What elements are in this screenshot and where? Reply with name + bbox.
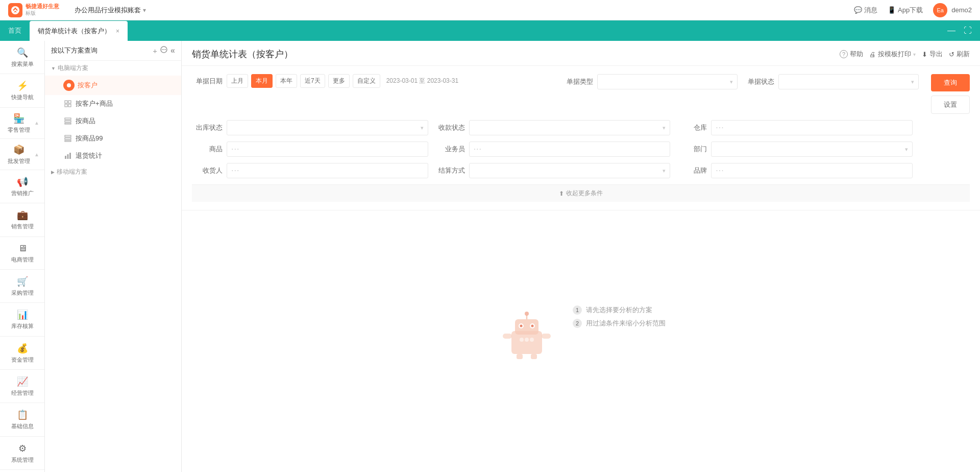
export-label: 导出: [929, 50, 943, 59]
grid-icon: [63, 99, 72, 108]
order-type-select[interactable]: ▾: [597, 74, 738, 89]
order-status-arrow: ▾: [911, 79, 914, 85]
svg-point-2: [162, 49, 163, 50]
pay-status-select[interactable]: ▾: [469, 120, 671, 135]
brand-select[interactable]: ···: [711, 163, 913, 178]
salesman-label: 业务员: [434, 145, 465, 154]
refresh-button[interactable]: ↺ 刷新: [949, 50, 970, 59]
svg-point-5: [67, 83, 71, 87]
scheme-by-customer[interactable]: 按客户: [45, 76, 181, 95]
edit-scheme-button[interactable]: [160, 46, 167, 55]
sidebar-label-sales: 销售管理: [11, 223, 34, 230]
date-more[interactable]: 更多: [328, 74, 350, 88]
svg-rect-14: [65, 138, 71, 139]
sidebar-item-ecommerce[interactable]: 🖥 电商管理: [0, 237, 44, 270]
tab-close-icon[interactable]: ×: [116, 28, 119, 35]
export-button[interactable]: ⬇ 导出: [922, 50, 943, 59]
print-button[interactable]: 🖨 按模板打印 ▾: [869, 50, 916, 59]
consignee-label: 收货人: [192, 166, 223, 175]
sidebar-label-wholesale: 批发管理: [8, 157, 30, 164]
warehouse-select[interactable]: ···: [711, 120, 913, 135]
sidebar-item-basic[interactable]: 📋 基础信息: [0, 403, 44, 436]
query-button[interactable]: 查询: [931, 74, 970, 91]
date-this-year[interactable]: 本年: [276, 74, 297, 88]
scheme-by-product[interactable]: 按商品: [45, 112, 181, 130]
sidebar-item-purchase[interactable]: 🛒 采购管理: [0, 270, 44, 303]
dept-arrow: ▾: [905, 146, 908, 153]
sidebar-label-basic: 基础信息: [11, 422, 34, 430]
sidebar-item-marketing[interactable]: 📢 营销推广: [0, 170, 44, 203]
date-range-display: 2023-03-01 至 2023-03-31: [386, 77, 458, 85]
svg-point-0: [11, 6, 19, 14]
date-last-month[interactable]: 上月: [227, 74, 248, 88]
app-name: 畅捷通好生意: [26, 3, 59, 10]
dept-select[interactable]: ▾: [711, 141, 913, 157]
scheme-by-customer-product[interactable]: 按客户+商品: [45, 95, 181, 112]
date-group: 上月 本月 本年 近7天 更多 自定义 2023-03-01 至 2023-03…: [227, 74, 458, 88]
svg-rect-9: [68, 104, 71, 107]
mobile-schemes-header[interactable]: ▶ 移动端方案: [45, 164, 181, 179]
desktop-schemes-header[interactable]: ▼ 电脑端方案: [45, 61, 181, 76]
date-label: 单据日期: [192, 77, 223, 86]
sidebar-item-enterprise[interactable]: 🤝 企业协同: [0, 470, 44, 472]
product-select[interactable]: ···: [227, 141, 428, 157]
logo: 畅捷通好生意 标版: [8, 3, 59, 17]
settle-method-select[interactable]: ▾: [469, 163, 671, 178]
collapse-label: 收起更多条件: [566, 189, 603, 198]
hint-num-2: 2: [573, 319, 582, 328]
sidebar-item-operations[interactable]: 📈 经营管理: [0, 370, 44, 403]
scheme-by-product-99[interactable]: 按商品99: [45, 130, 181, 147]
sidebar-item-finance[interactable]: 💰 资金管理: [0, 337, 44, 370]
add-scheme-button[interactable]: +: [153, 46, 157, 55]
brand-label: 品牌: [676, 166, 707, 175]
scheme-return-stat[interactable]: 退货统计: [45, 147, 181, 164]
sales-icon: 💼: [17, 209, 28, 221]
date-this-month[interactable]: 本月: [251, 74, 273, 88]
sidebar-item-search[interactable]: 🔍 搜索菜单: [0, 41, 44, 74]
svg-rect-20: [515, 319, 538, 335]
window-maximize-icon[interactable]: ⛶: [962, 24, 974, 37]
svg-point-32: [525, 338, 529, 342]
sidebar-item-wholesale[interactable]: 📦 批发管理 ▲: [0, 139, 44, 170]
svg-rect-8: [65, 104, 67, 107]
salesman-select[interactable]: ···: [469, 141, 671, 157]
messages-button[interactable]: 💬 消息: [854, 6, 877, 15]
user-menu[interactable]: Ea demo2: [933, 3, 972, 17]
app-subtitle: 标版: [26, 10, 59, 17]
svg-rect-10: [65, 118, 71, 120]
settings-button[interactable]: 设置: [931, 96, 970, 114]
consignee-select[interactable]: ···: [227, 163, 428, 178]
order-status-select[interactable]: ▾: [778, 74, 919, 89]
window-minimize-icon[interactable]: —: [945, 24, 958, 37]
svg-point-33: [530, 338, 534, 342]
sidebar-item-retail[interactable]: 🏪 零售管理 ▲: [0, 108, 44, 139]
date-custom[interactable]: 自定义: [353, 74, 380, 88]
sidebar-label-ecommerce: 电商管理: [11, 256, 34, 263]
scheme-return-stat-label: 退货统计: [76, 151, 102, 160]
help-icon: ?: [840, 50, 848, 58]
out-status-select[interactable]: ▾: [227, 120, 428, 135]
collapse-panel-button[interactable]: «: [170, 46, 175, 55]
finance-icon: 💰: [17, 343, 28, 354]
sidebar-item-inventory[interactable]: 📊 库存核算: [0, 303, 44, 336]
message-icon: 💬: [854, 6, 862, 14]
sidebar-item-sales[interactable]: 💼 销售管理: [0, 203, 44, 237]
app-download-button[interactable]: 📱 App下载: [888, 6, 923, 15]
sales-stat-tab-label: 销货单统计表（按客户）: [38, 27, 111, 36]
left-panel: 按以下方案查询 + « ▼ 电脑端方案 按客户 按客户+商品: [45, 41, 182, 472]
date-last-7[interactable]: 近7天: [300, 74, 325, 88]
tab-home[interactable]: 首页: [0, 20, 30, 41]
breadcrumb-text[interactable]: 办公用品行业模拟账套: [75, 6, 141, 15]
svg-rect-6: [65, 101, 67, 103]
sidebar-label-system: 系统管理: [11, 456, 34, 463]
help-button[interactable]: ? 帮助: [840, 50, 863, 59]
mobile-schemes-label: 移动端方案: [57, 168, 87, 176]
search-icon: 🔍: [17, 47, 28, 58]
sidebar-item-system[interactable]: ⚙ 系统管理: [0, 437, 44, 470]
svg-rect-13: [65, 135, 71, 137]
pay-status-arrow: ▾: [663, 125, 666, 131]
tab-sales-stat[interactable]: 销货单统计表（按客户） ×: [30, 21, 128, 41]
collapse-bar[interactable]: ⬆ 收起更多条件: [192, 184, 970, 202]
sidebar-item-shortcut[interactable]: ⚡ 快捷导航: [0, 74, 44, 107]
svg-rect-28: [531, 354, 537, 359]
